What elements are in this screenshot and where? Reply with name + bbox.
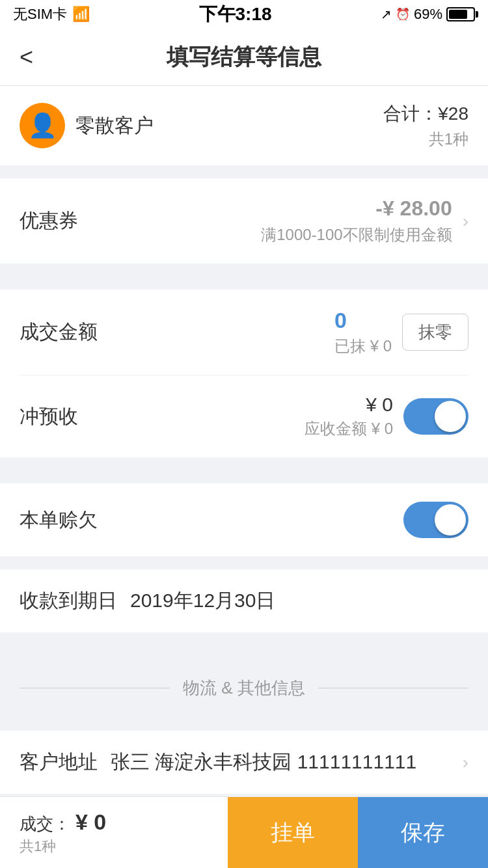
prereceipt-amount: ¥ 0 bbox=[305, 394, 393, 416]
customer-count: 共1种 bbox=[383, 129, 468, 150]
logistics-line-left bbox=[20, 688, 170, 688]
duedate-label: 收款到期日 bbox=[20, 588, 117, 614]
logistics-label: 物流 & 其他信息 bbox=[170, 677, 318, 699]
battery-percent: 69% bbox=[414, 6, 442, 23]
location-icon: ↗ bbox=[381, 7, 392, 22]
coupon-section[interactable]: 优惠券 -¥ 28.00 满1000-100不限制使用金额 › bbox=[0, 178, 488, 264]
prereceipt-toggle[interactable] bbox=[403, 398, 468, 435]
deal-amount-wrap: 0 已抹 ¥ 0 bbox=[334, 308, 392, 357]
avatar: 👤 bbox=[20, 103, 65, 148]
battery-icon bbox=[446, 7, 475, 21]
separator-2 bbox=[0, 470, 488, 483]
content: 👤 零散客户 合计：¥28 共1种 优惠券 -¥ 28.00 满1000-100… bbox=[0, 86, 488, 868]
debt-toggle-knob bbox=[435, 504, 466, 536]
coupon-label: 优惠券 bbox=[20, 208, 78, 234]
status-right: ↗ ⏰ 69% bbox=[381, 6, 475, 23]
deal-amount-sub: 已抹 ¥ 0 bbox=[334, 336, 392, 357]
pending-button[interactable]: 挂单 bbox=[228, 797, 358, 869]
save-button[interactable]: 保存 bbox=[358, 797, 488, 869]
deal-section: 成交金额 0 已抹 ¥ 0 抹零 冲预收 ¥ 0 应收金额 ¥ 0 bbox=[0, 290, 488, 457]
toggle-knob bbox=[435, 401, 466, 432]
bottom-deal-amount: ¥ 0 bbox=[75, 809, 106, 835]
status-bar: 无SIM卡 📶 下午3:18 ↗ ⏰ 69% bbox=[0, 0, 488, 29]
customer-total: 合计：¥28 bbox=[383, 102, 468, 126]
customer-section: 👤 零散客户 合计：¥28 共1种 bbox=[0, 86, 488, 165]
address-left: 客户地址 张三 海淀永丰科技园 11111111111 bbox=[20, 749, 416, 776]
coupon-right: -¥ 28.00 满1000-100不限制使用金额 › bbox=[261, 197, 468, 245]
bottom-count: 共1种 bbox=[20, 837, 208, 856]
customer-name: 零散客户 bbox=[75, 113, 154, 139]
duedate-value: 2019年12月30日 bbox=[130, 588, 275, 614]
prereceipt-right: ¥ 0 应收金额 ¥ 0 bbox=[305, 394, 468, 439]
deal-amount-right: 0 已抹 ¥ 0 抹零 bbox=[334, 308, 468, 357]
alarm-icon: ⏰ bbox=[396, 7, 410, 21]
bottom-deal-row: 成交： ¥ 0 bbox=[20, 809, 208, 835]
status-left: 无SIM卡 📶 bbox=[13, 5, 90, 24]
wifi-icon: 📶 bbox=[72, 6, 90, 23]
bottom-bar: 成交： ¥ 0 共1种 挂单 保存 bbox=[0, 796, 488, 868]
avatar-icon: 👤 bbox=[28, 112, 57, 139]
logistics-line-right bbox=[318, 688, 468, 688]
status-time: 下午3:18 bbox=[199, 2, 272, 27]
prereceipt-info: ¥ 0 应收金额 ¥ 0 bbox=[305, 394, 393, 439]
customer-left: 👤 零散客户 bbox=[20, 103, 154, 148]
address-section[interactable]: 客户地址 张三 海淀永丰科技园 11111111111 › bbox=[0, 731, 488, 794]
debt-toggle[interactable] bbox=[403, 502, 468, 538]
prereceipt-row: 冲预收 ¥ 0 应收金额 ¥ 0 bbox=[20, 375, 468, 457]
chevron-right-icon: › bbox=[463, 211, 468, 232]
round-zero-button[interactable]: 抹零 bbox=[402, 314, 468, 351]
debt-section: 本单赊欠 bbox=[0, 483, 488, 556]
address-chevron-icon: › bbox=[463, 752, 468, 773]
debt-label: 本单赊欠 bbox=[20, 507, 98, 534]
page-title: 填写结算等信息 bbox=[167, 42, 321, 72]
coupon-detail: 满1000-100不限制使用金额 bbox=[261, 224, 452, 245]
customer-right: 合计：¥28 共1种 bbox=[383, 102, 468, 150]
separator-1 bbox=[0, 277, 488, 290]
bottom-deal-label: 成交： bbox=[20, 813, 70, 835]
bottom-info: 成交： ¥ 0 共1种 bbox=[0, 809, 228, 856]
prereceipt-label: 冲预收 bbox=[20, 403, 78, 430]
deal-amount-row: 成交金额 0 已抹 ¥ 0 抹零 bbox=[20, 290, 468, 375]
duedate-row: 收款到期日 2019年12月30日 bbox=[20, 588, 468, 614]
address-label: 客户地址 bbox=[20, 749, 98, 776]
back-button[interactable]: < bbox=[20, 44, 33, 71]
address-value: 张三 海淀永丰科技园 11111111111 bbox=[111, 749, 416, 776]
deal-amount-value: 0 bbox=[334, 308, 392, 333]
duedate-section: 收款到期日 2019年12月30日 bbox=[0, 569, 488, 632]
coupon-discount: -¥ 28.00 bbox=[261, 197, 452, 221]
signal-label: 无SIM卡 bbox=[13, 5, 67, 24]
coupon-info: -¥ 28.00 满1000-100不限制使用金额 bbox=[261, 197, 452, 245]
nav-bar: < 填写结算等信息 bbox=[0, 29, 488, 86]
deal-amount-label: 成交金额 bbox=[20, 319, 98, 346]
separator-3 bbox=[0, 645, 488, 658]
logistics-section: 物流 & 其他信息 bbox=[0, 658, 488, 718]
prereceipt-sub: 应收金额 ¥ 0 bbox=[305, 418, 393, 439]
